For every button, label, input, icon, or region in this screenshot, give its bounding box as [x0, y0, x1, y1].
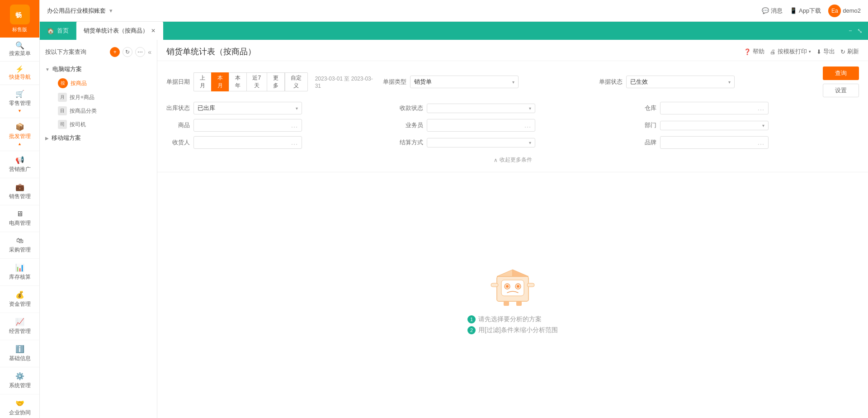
sidebar-item-ecommerce[interactable]: 🖥 电商管理 — [0, 205, 39, 232]
sidebar-item-sales[interactable]: 💼 销售管理 — [0, 178, 39, 205]
tab-home-label: 首页 — [57, 27, 69, 35]
sidebar-item-retail[interactable]: 🛒 零售管理 ▼ — [0, 85, 39, 118]
template-print-btn[interactable]: 🖨 按模板打印 ▾ — [770, 48, 811, 56]
payment-select[interactable]: ▾ — [427, 138, 535, 147]
brand-dots-icon[interactable]: … — [757, 138, 764, 147]
collapse-filter-btn[interactable]: ∧ 收起更多条件 — [166, 153, 859, 166]
app-download-btn[interactable]: 📱 App下载 — [790, 7, 821, 15]
out-status-col: 出库状态 已出库 ▾ — [166, 102, 392, 114]
collapse-label: 收起更多条件 — [500, 156, 532, 164]
receipt-status-label: 收款状态 — [400, 104, 423, 112]
date-btn-custom[interactable]: 自定义 — [285, 72, 308, 91]
payment-col: 结算方式 ▾ — [400, 138, 626, 147]
minimize-icon[interactable]: － — [847, 27, 854, 35]
date-btn-last-month[interactable]: 上月 — [193, 72, 211, 91]
svg-rect-12 — [491, 283, 498, 287]
app-download-label: App下载 — [799, 7, 821, 15]
doc-type-label: 单据类型 — [383, 78, 406, 86]
empty-hints: 1 请先选择要分析的方案 2 用[过滤]条件来缩小分析范围 — [467, 315, 558, 337]
brand-input[interactable]: … — [660, 136, 769, 149]
user-initial: Ea — [831, 8, 838, 14]
date-btn-7days[interactable]: 近7天 — [246, 72, 267, 91]
scheme-icon-goods: 按 — [58, 78, 68, 88]
receipt-status-select[interactable]: ▾ — [427, 104, 535, 113]
tree-mobile-section[interactable]: ▶ 移动端方案 — [40, 131, 157, 145]
svg-marker-3 — [497, 270, 513, 276]
salesperson-col: 业务员 … — [400, 119, 626, 132]
brand-label: 品牌 — [633, 138, 656, 147]
refresh-btn[interactable]: ↻ 刷新 — [840, 48, 859, 56]
sidebar-item-retail-label: 零售管理 — [9, 100, 31, 107]
hint-num-2: 2 — [467, 326, 476, 334]
help-btn[interactable]: ❓ 帮助 — [744, 48, 764, 56]
help-label: 帮助 — [753, 48, 764, 56]
doc-status-select[interactable]: 已生效 ▾ — [626, 76, 735, 88]
doc-type-dropdown-icon: ▾ — [512, 80, 514, 85]
maximize-icon[interactable]: ⤡ — [857, 27, 863, 34]
tab-sales-stats[interactable]: 销货单统计表（按商品） ✕ — [76, 22, 163, 40]
export-icon: ⬇ — [816, 48, 821, 55]
tab-close-icon[interactable]: ✕ — [151, 28, 156, 34]
tree-item-by-driver[interactable]: 司 按司机 — [40, 118, 157, 131]
date-btn-more[interactable]: 更多 — [267, 72, 285, 91]
warehouse-input[interactable]: … — [660, 102, 769, 114]
sidebar-item-system-label: 系统管理 — [9, 382, 31, 390]
system-icon: ⚙️ — [15, 372, 24, 380]
message-btn[interactable]: 💬 消息 — [762, 7, 783, 15]
out-status-dropdown-icon: ▾ — [296, 106, 298, 111]
doc-type-col: 单据类型 销货单 ▾ — [383, 76, 592, 88]
tree-item-by-goods[interactable]: 按 按商品 — [40, 76, 157, 90]
warehouse-dots-icon[interactable]: … — [757, 104, 764, 112]
department-select[interactable]: ▾ — [660, 121, 769, 130]
doc-status-dropdown-icon: ▾ — [728, 80, 731, 85]
empty-illustration — [486, 254, 540, 308]
sidebar-item-marketing[interactable]: 📢 营销推广 — [0, 151, 39, 178]
tab-home[interactable]: 🏠 首页 — [40, 22, 76, 40]
filter-area: 单据日期 上月 本月 本年 近7天 更多 自定义 2023-03-01 至 20… — [157, 61, 868, 172]
refresh-scheme-btn[interactable]: ↻ — [123, 47, 132, 57]
date-btn-this-month[interactable]: 本月 — [211, 72, 229, 91]
export-btn[interactable]: ⬇ 导出 — [816, 48, 835, 56]
sidebar-item-inventory-label: 库存核算 — [9, 273, 31, 281]
tab-bar: 🏠 首页 销货单统计表（按商品） ✕ － ⤡ — [40, 22, 868, 40]
sidebar-item-finance[interactable]: 💰 资金管理 — [0, 286, 39, 313]
tree-chevron-icon: ▼ — [45, 67, 50, 72]
sidebar-item-system[interactable]: ⚙️ 系统管理 — [0, 367, 39, 394]
setting-btn[interactable]: 设置 — [823, 84, 859, 97]
sidebar-item-operations[interactable]: 📈 经营管理 — [0, 313, 39, 340]
date-btn-this-year[interactable]: 本年 — [229, 72, 246, 91]
tree-item-by-category[interactable]: 目 按商品分类 — [40, 104, 157, 118]
right-panel: 销货单统计表（按商品） ❓ 帮助 🖨 按模板打印 ▾ ⬇ 导出 — [157, 40, 868, 418]
department-col: 部门 ▾ — [633, 121, 859, 130]
settings-scheme-btn[interactable]: ⋯ — [135, 47, 145, 57]
out-status-select[interactable]: 已出库 ▾ — [193, 102, 302, 114]
add-scheme-btn[interactable]: + — [110, 47, 120, 57]
sidebar-item-purchase[interactable]: 🛍 采购管理 — [0, 232, 39, 259]
tree-item-category-label: 按商品分类 — [70, 107, 97, 115]
tree-item-by-month-goods[interactable]: 月 按月+商品 — [40, 90, 157, 104]
left-panel-title: 按以下方案查询 — [45, 48, 86, 56]
empty-hint-1: 1 请先选择要分析的方案 — [467, 315, 558, 323]
sidebar-item-enterprise[interactable]: 🤝 企业协同 — [0, 394, 39, 418]
collapse-panel-btn[interactable]: « — [148, 48, 151, 56]
goods-input[interactable]: … — [193, 119, 302, 132]
sidebar-item-basics[interactable]: ℹ️ 基础信息 — [0, 340, 39, 367]
salesperson-input[interactable]: … — [427, 119, 535, 132]
sidebar-item-marketing-label: 营销推广 — [9, 166, 31, 173]
sidebar-item-inventory[interactable]: 📊 库存核算 — [0, 259, 39, 286]
sidebar-logo[interactable]: 畅 标售版 — [0, 0, 39, 38]
goods-dots-icon[interactable]: … — [291, 121, 298, 129]
recipient-dots-icon[interactable]: … — [291, 138, 298, 147]
search-menu-item[interactable]: 🔍 搜索菜单 — [0, 38, 39, 62]
quick-nav-item[interactable]: ⚡ 快捷导航 — [0, 62, 39, 85]
user-profile[interactable]: Ea demo2 — [828, 5, 861, 17]
dropdown-arrow-icon[interactable]: ▾ — [109, 7, 113, 14]
query-btn[interactable]: 查询 — [823, 66, 859, 80]
department-label: 部门 — [633, 121, 656, 129]
salesperson-dots-icon[interactable]: … — [524, 121, 531, 129]
doc-type-select[interactable]: 销货单 ▾ — [410, 76, 519, 88]
header-right: 💬 消息 📱 App下载 Ea demo2 — [762, 5, 861, 17]
recipient-input[interactable]: … — [193, 136, 302, 149]
tree-desktop-section[interactable]: ▼ 电脑端方案 — [40, 62, 157, 76]
sidebar-item-wholesale[interactable]: 📦 批发管理 ▲ — [0, 118, 39, 151]
